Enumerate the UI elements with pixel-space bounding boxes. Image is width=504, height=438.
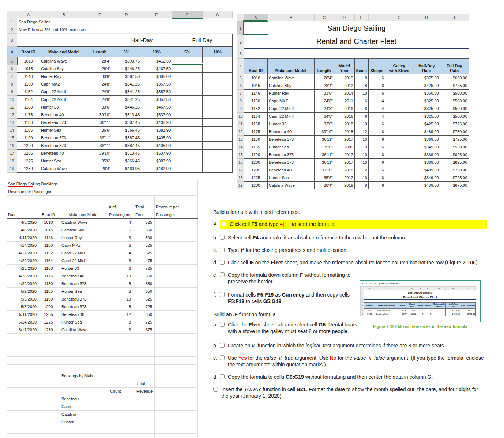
cell[interactable]: 1164 (38, 257, 59, 265)
cell[interactable]: 3 (108, 257, 134, 265)
cell[interactable] (385, 159, 413, 166)
cell[interactable] (155, 311, 198, 318)
cell[interactable] (172, 73, 203, 80)
cell[interactable]: $366.45 (112, 127, 141, 134)
cell[interactable] (155, 280, 198, 288)
cell[interactable]: 8 (108, 280, 134, 288)
cell[interactable]: Capri MKZ (59, 242, 108, 249)
cell[interactable]: $750.00 (440, 128, 469, 136)
cell[interactable]: $357.50 (141, 96, 172, 103)
cell[interactable]: 10 (354, 174, 368, 182)
cell[interactable]: $349.00 (413, 143, 440, 151)
cell[interactable]: 8 (237, 97, 244, 105)
cell[interactable]: $446.25 (112, 65, 141, 73)
cell[interactable]: $357.50 (141, 88, 172, 96)
cell[interactable]: 6 (368, 182, 385, 189)
cell[interactable]: Capri MKZ (40, 80, 88, 88)
checkbox-mixed-f[interactable] (220, 292, 225, 297)
cell[interactable]: $500.00 (440, 113, 469, 120)
checkbox-today[interactable] (213, 387, 218, 392)
header-cell[interactable]: 5% (112, 47, 141, 57)
cell[interactable]: Count (108, 388, 134, 395)
cell[interactable]: Catalina Wave (375, 309, 398, 312)
cell[interactable]: 6 (368, 90, 385, 97)
cell[interactable]: Model Year (407, 303, 417, 309)
cell[interactable]: $446.25 (112, 103, 141, 111)
cell[interactable] (203, 127, 233, 134)
cell[interactable]: 1146 (38, 234, 59, 242)
cell[interactable] (134, 403, 155, 411)
column-letter[interactable]: H (413, 14, 440, 21)
cell[interactable]: 1168 (38, 265, 59, 272)
cell[interactable]: $439.00 (413, 182, 440, 189)
cell[interactable] (7, 426, 38, 434)
cell[interactable]: 1150 (244, 97, 267, 105)
cell[interactable] (59, 388, 108, 395)
cell[interactable]: $500.00 (440, 97, 469, 105)
header-cell[interactable]: Passenger (155, 211, 198, 219)
cell[interactable] (7, 357, 38, 365)
cell[interactable]: 1146 (244, 90, 267, 97)
cell[interactable] (108, 334, 134, 341)
sheet-title-cell[interactable]: San Diego Sailing (244, 21, 469, 35)
cell[interactable]: 36'11" (314, 136, 334, 143)
cell[interactable] (155, 219, 198, 226)
cell[interactable] (7, 388, 38, 395)
column-letter-selected[interactable]: F (172, 11, 203, 18)
header-cell[interactable]: Revenue per (155, 203, 198, 211)
cell[interactable]: $425.00 (446, 312, 460, 316)
cell[interactable] (432, 312, 446, 316)
cell[interactable]: Catalina Wave (59, 219, 108, 226)
cell[interactable]: $387.45 (112, 134, 141, 142)
cell[interactable] (59, 334, 108, 341)
empty-cell[interactable] (155, 196, 198, 203)
cell[interactable]: 17 (7, 150, 17, 157)
cell[interactable]: 5/5/2020 (7, 295, 38, 303)
cell[interactable]: 24'8" (314, 113, 334, 120)
cell[interactable] (155, 365, 198, 372)
cell[interactable]: $650.00 (460, 309, 476, 312)
cell[interactable] (7, 395, 38, 403)
cell[interactable] (108, 426, 134, 434)
cell[interactable]: $467.50 (141, 103, 172, 111)
cell[interactable]: 4 (368, 113, 385, 120)
cell[interactable]: 19 (7, 165, 17, 173)
cell[interactable]: 2012 (334, 82, 354, 90)
cell[interactable] (7, 334, 38, 341)
cell[interactable] (134, 418, 155, 426)
cell[interactable] (172, 150, 203, 157)
cell[interactable] (134, 434, 155, 438)
cell[interactable]: Beneteau 373 (40, 119, 88, 127)
cell[interactable]: 1015 (38, 226, 59, 234)
cell[interactable]: $537.90 (141, 111, 172, 119)
cell[interactable]: 10 (354, 151, 368, 159)
cell[interactable]: 7 (7, 73, 17, 80)
cell[interactable]: 6 (368, 82, 385, 90)
cell[interactable] (108, 372, 134, 380)
cell[interactable]: 650 (134, 288, 155, 295)
empty-cell[interactable] (7, 196, 38, 203)
sheet-subtitle-cell[interactable]: New Prices at 5% and 10% Increases (17, 26, 233, 34)
empty-cell[interactable] (134, 196, 155, 203)
header-cell[interactable]: Half-DayRate (413, 59, 440, 74)
header-cell[interactable]: Make and Model (59, 211, 108, 219)
header-cell[interactable]: Full DayRate (440, 59, 469, 74)
cell[interactable]: $375.00 (446, 309, 460, 312)
checkbox-mixed-d[interactable] (220, 260, 225, 265)
column-letter[interactable]: D (112, 11, 141, 18)
cell[interactable]: 10 (108, 295, 134, 303)
cell[interactable]: 10 (354, 159, 368, 166)
select-all-corner[interactable] (237, 14, 244, 21)
cell[interactable]: $489.00 (413, 128, 440, 136)
cell[interactable] (203, 73, 233, 80)
cell[interactable]: 10 (354, 143, 368, 151)
cell[interactable]: 1175 (244, 128, 267, 136)
cell[interactable]: Hunter 33 (40, 103, 88, 111)
cell[interactable]: 28'4" (88, 165, 112, 173)
cell[interactable] (108, 357, 134, 365)
cell[interactable]: 13 (7, 119, 17, 127)
cell[interactable]: Catalina Wave (59, 326, 108, 334)
cell[interactable]: 4/8/2020 (7, 226, 38, 234)
empty-cell[interactable] (108, 196, 134, 203)
checkbox-mixed-a[interactable] (222, 222, 226, 226)
